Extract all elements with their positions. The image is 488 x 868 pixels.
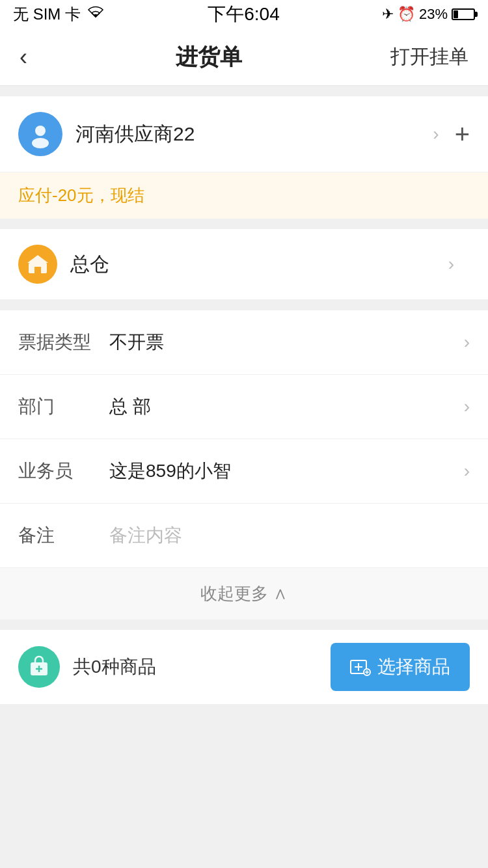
collapse-button[interactable]: 收起更多 ∧ <box>0 567 488 619</box>
salesman-row[interactable]: 业务员 这是859的小智 › <box>0 439 488 503</box>
supplier-notice: 应付-20元，现结 <box>0 172 488 219</box>
warehouse-row[interactable]: 总仓 › <box>0 229 488 299</box>
status-time: 下午6:04 <box>208 2 280 27</box>
remark-row[interactable]: 备注 备注内容 <box>0 503 488 567</box>
department-value: 总 部 <box>109 394 464 419</box>
department-chevron-icon: › <box>464 396 470 417</box>
battery-icon <box>452 8 475 20</box>
product-bar: 共0种商品 选择商品 <box>0 630 488 704</box>
alarm-icon: ⏰ <box>398 6 415 23</box>
warehouse-chevron-icon: › <box>448 254 454 275</box>
invoice-row[interactable]: 票据类型 不开票 › <box>0 310 488 374</box>
svg-point-0 <box>35 126 46 136</box>
status-carrier: 无 SIM 卡 <box>13 4 105 25</box>
department-label: 部门 <box>18 394 109 419</box>
select-product-button[interactable]: 选择商品 <box>331 643 470 691</box>
svg-rect-4 <box>34 267 41 273</box>
section-gap-3 <box>0 299 488 310</box>
supplier-row[interactable]: 河南供应商22 › + <box>0 96 488 172</box>
supplier-section: 河南供应商22 › + 应付-20元，现结 <box>0 96 488 219</box>
section-gap-1 <box>0 86 488 96</box>
add-supplier-button[interactable]: + <box>455 121 470 147</box>
section-gap-2 <box>0 219 488 229</box>
remark-input[interactable]: 备注内容 <box>109 523 470 548</box>
wifi-icon <box>86 5 105 23</box>
select-product-label: 选择商品 <box>377 655 450 679</box>
open-pending-button[interactable]: 打开挂单 <box>390 44 468 70</box>
status-bar: 无 SIM 卡 下午6:04 ✈ ⏰ 23% <box>0 0 488 29</box>
carrier-text: 无 SIM 卡 <box>13 4 81 25</box>
svg-point-1 <box>32 138 49 148</box>
location-icon: ✈ <box>382 6 394 23</box>
salesman-chevron-icon: › <box>464 461 470 481</box>
remark-label: 备注 <box>18 523 109 548</box>
salesman-label: 业务员 <box>18 459 109 483</box>
svg-marker-3 <box>27 255 48 263</box>
product-icon <box>18 646 60 688</box>
invoice-chevron-icon: › <box>464 332 470 353</box>
form-section: 票据类型 不开票 › 部门 总 部 › 业务员 这是859的小智 › 备注 备注… <box>0 310 488 619</box>
department-row[interactable]: 部门 总 部 › <box>0 374 488 439</box>
supplier-name: 河南供应商22 <box>75 121 433 148</box>
warehouse-name: 总仓 <box>70 251 448 278</box>
invoice-value: 不开票 <box>109 330 464 355</box>
supplier-chevron-icon: › <box>433 124 439 144</box>
back-button[interactable]: ‹ <box>20 44 27 71</box>
warehouse-icon <box>18 245 57 284</box>
product-count: 共0种商品 <box>73 655 331 679</box>
supplier-avatar <box>18 112 62 156</box>
warehouse-section: 总仓 › <box>0 229 488 299</box>
battery-text: 23% <box>419 6 448 23</box>
invoice-label: 票据类型 <box>18 330 109 355</box>
nav-bar: ‹ 进货单 打开挂单 <box>0 29 488 86</box>
salesman-value: 这是859的小智 <box>109 459 464 483</box>
page-title: 进货单 <box>176 42 242 72</box>
